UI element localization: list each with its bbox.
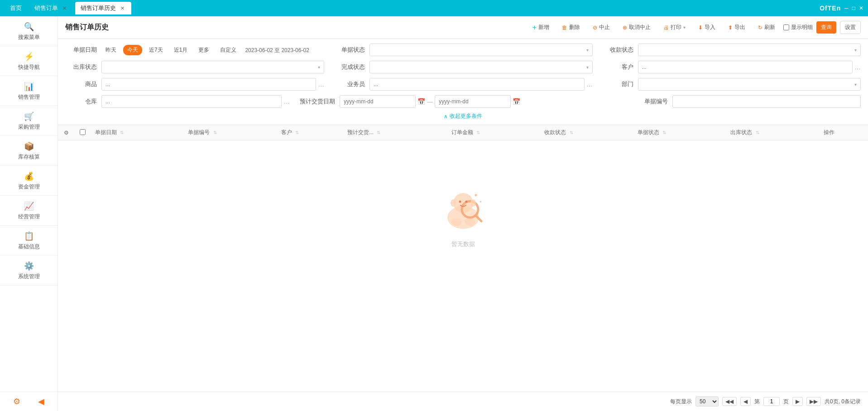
- date-start-input[interactable]: [340, 95, 416, 108]
- date-custom-btn[interactable]: 自定义: [216, 45, 240, 55]
- sidebar-item-purchase-mgmt[interactable]: 🛒 采购管理: [0, 106, 58, 136]
- sidebar-settings-icon[interactable]: ⚙: [13, 396, 20, 406]
- prev-page-icon: ◀: [743, 398, 748, 405]
- add-button[interactable]: + 新增: [528, 21, 554, 34]
- col-receipt-status-sort-icon[interactable]: ⇅: [570, 130, 573, 135]
- sales-mgmt-icon: 📊: [24, 82, 34, 92]
- cancel-stop-button[interactable]: ⊗ 取消中止: [618, 21, 655, 34]
- date-end-calendar-icon[interactable]: 📅: [513, 98, 520, 105]
- customer-input[interactable]: [638, 61, 853, 73]
- warehouse-dots-icon[interactable]: …: [283, 98, 290, 105]
- close-btn[interactable]: ✕: [859, 5, 863, 11]
- out-status-select[interactable]: ▾: [101, 61, 324, 73]
- page-header: 销售订单历史 + 新增 🗑 删除 ⊘ 中止 ⊗ 取消中止: [58, 16, 868, 39]
- show-detail-checkbox-wrapper[interactable]: 显示明细: [783, 24, 813, 31]
- col-bill-date-sort-icon[interactable]: ⇅: [120, 130, 124, 135]
- department-label: 部门: [602, 80, 638, 88]
- cancel-stop-label: 取消中止: [629, 24, 651, 31]
- warehouse-input[interactable]: [101, 95, 282, 108]
- tab-sales-history[interactable]: 销售订单历史 ✕: [75, 2, 131, 15]
- import-icon: ⬇: [698, 24, 703, 31]
- complete-status-select[interactable]: ▾: [369, 61, 592, 73]
- bill-status-select[interactable]: ▾: [369, 44, 592, 56]
- inventory-icon: 📦: [24, 141, 34, 151]
- complete-status-filter-field: 完成状态 ▾: [333, 61, 592, 73]
- customer-dots-icon[interactable]: …: [854, 63, 861, 71]
- tab-home[interactable]: 首页: [5, 2, 27, 15]
- expand-btn[interactable]: □: [852, 5, 855, 11]
- sidebar-item-system-mgmt-label: 系统管理: [18, 273, 40, 280]
- col-bill-no-sort-icon[interactable]: ⇅: [213, 130, 217, 135]
- col-settings-icon[interactable]: ⚙: [64, 130, 69, 136]
- page-size-select[interactable]: 10 20 50 100: [695, 396, 719, 406]
- tab-sales-order[interactable]: 销售订单 ✕: [29, 2, 73, 15]
- page-size-label: 每页显示: [670, 398, 692, 406]
- first-page-button[interactable]: ◀◀: [722, 397, 737, 406]
- export-button[interactable]: ⬆ 导出: [724, 21, 750, 34]
- sidebar-collapse-icon[interactable]: ◀: [38, 396, 44, 406]
- stop-button[interactable]: ⊘ 中止: [588, 21, 614, 34]
- col-order-amount-label: 订单金额: [451, 129, 473, 135]
- tab-sales-order-close[interactable]: ✕: [61, 5, 68, 12]
- sidebar-item-inventory[interactable]: 📦 库存核算: [0, 136, 58, 166]
- refresh-label: 刷新: [764, 24, 775, 31]
- sidebar-item-operation[interactable]: 📈 经营管理: [0, 196, 58, 226]
- date-last7-btn[interactable]: 近7天: [145, 45, 167, 55]
- data-table: ⚙ 单据日期 ⇅ 单据编号 ⇅: [58, 125, 868, 285]
- empty-illustration: ✦ ✦: [434, 177, 493, 236]
- refresh-button[interactable]: ↻ 刷新: [753, 21, 780, 34]
- out-status-chevron-icon: ▾: [318, 65, 320, 70]
- last-page-button[interactable]: ▶▶: [806, 397, 821, 406]
- minimize-btn[interactable]: ─: [844, 5, 849, 11]
- prev-page-button[interactable]: ◀: [740, 397, 751, 406]
- department-select[interactable]: ▾: [638, 78, 861, 91]
- sidebar-item-search-menu[interactable]: 🔍 搜索菜单: [0, 16, 58, 46]
- col-customer-sort-icon[interactable]: ⇅: [295, 130, 299, 135]
- settings-button[interactable]: 设置: [840, 21, 861, 34]
- print-label: 打印: [671, 24, 681, 31]
- col-out-status-sort-icon[interactable]: ⇅: [756, 130, 759, 135]
- tab-home-label: 首页: [10, 4, 22, 12]
- date-more-btn[interactable]: 更多: [194, 45, 213, 55]
- complete-status-chevron-icon: ▾: [586, 65, 589, 70]
- col-bill-no: 单据编号 ⇅: [183, 125, 276, 140]
- col-expected-date: 预计交货... ⇅: [343, 125, 447, 140]
- next-page-button[interactable]: ▶: [792, 397, 803, 406]
- customer-filter-field: 客户 …: [602, 61, 861, 73]
- sidebar-item-finance[interactable]: 💰 资金管理: [0, 166, 58, 196]
- bill-no-input[interactable]: [672, 95, 861, 108]
- col-bill-status-sort-icon[interactable]: ⇅: [662, 130, 666, 135]
- salesperson-dots-icon[interactable]: …: [586, 81, 593, 88]
- date-yesterday-btn[interactable]: 昨天: [101, 45, 120, 55]
- date-last1m-btn[interactable]: 近1月: [170, 45, 192, 55]
- collapse-button[interactable]: ∧ 收起更多条件: [444, 112, 482, 120]
- date-end-input[interactable]: [435, 95, 511, 108]
- sidebar-item-sales-mgmt[interactable]: 📊 销售管理: [0, 76, 58, 106]
- sidebar-bottom: ⚙ ◀: [0, 392, 58, 411]
- import-label: 导入: [705, 24, 715, 31]
- sidebar-item-sales-mgmt-label: 销售管理: [18, 93, 40, 101]
- sidebar-item-system-mgmt[interactable]: ⚙️ 系统管理: [0, 256, 58, 285]
- product-input[interactable]: [101, 78, 316, 91]
- sidebar-item-quick-nav[interactable]: ⚡ 快捷导航: [0, 46, 58, 76]
- query-button[interactable]: 查询: [816, 21, 836, 34]
- delete-button[interactable]: 🗑 删除: [557, 21, 585, 34]
- print-button[interactable]: 🖨 打印 ▾: [659, 21, 690, 34]
- import-button[interactable]: ⬇ 导入: [694, 21, 720, 34]
- show-detail-checkbox[interactable]: [783, 24, 789, 30]
- collapse-chevron-icon: ∧: [444, 113, 448, 120]
- col-receipt-status: 收款状态 ⇅: [540, 125, 633, 140]
- salesperson-input[interactable]: [369, 78, 584, 91]
- select-all-checkbox[interactable]: [80, 129, 86, 135]
- date-today-btn[interactable]: 今天: [123, 45, 142, 55]
- date-start-calendar-icon[interactable]: 📅: [417, 98, 425, 105]
- col-order-amount-sort-icon[interactable]: ⇅: [476, 130, 480, 135]
- receipt-status-select[interactable]: ▾: [638, 44, 861, 56]
- page-number-input[interactable]: [763, 397, 780, 406]
- sidebar-item-base-info[interactable]: 📋 基础信息: [0, 226, 58, 256]
- col-settings: ⚙: [58, 125, 74, 140]
- last-page-icon: ▶▶: [810, 398, 818, 405]
- tab-sales-history-close[interactable]: ✕: [119, 5, 126, 12]
- product-dots-icon[interactable]: …: [318, 81, 324, 88]
- col-expected-date-sort-icon[interactable]: ⇅: [377, 130, 380, 135]
